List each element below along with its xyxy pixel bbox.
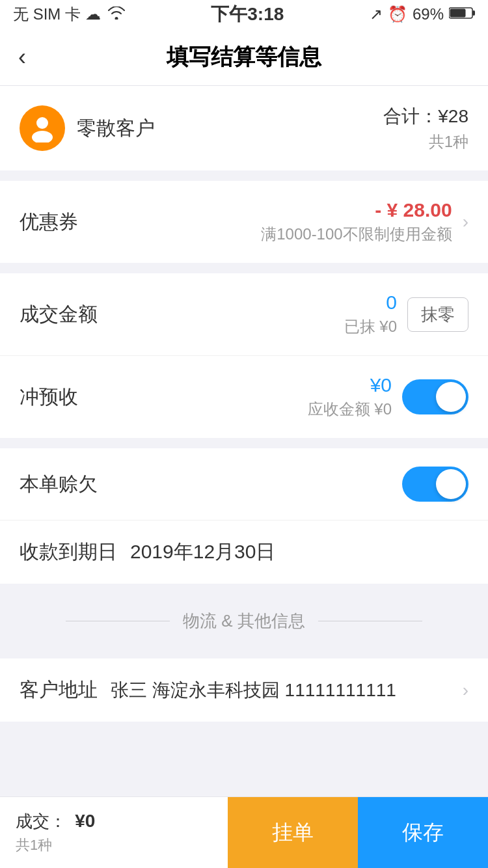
total-amount: 合计：¥28 <box>383 104 468 129</box>
prepaid-col: ¥0 应收金额 ¥0 <box>308 374 392 420</box>
status-time: 下午3:18 <box>211 2 284 27</box>
customer-left: 零散客户 <box>20 105 155 151</box>
coupon-chevron: › <box>463 211 468 232</box>
svg-point-3 <box>36 117 48 129</box>
total-count: 共1种 <box>383 131 468 152</box>
location-icon: ↗ <box>370 5 383 23</box>
prepaid-row: 冲预收 ¥0 应收金额 ¥0 <box>0 356 488 438</box>
debt-credit-toggle[interactable] <box>402 467 468 502</box>
status-left: 无 SIM 卡 ☁ <box>13 4 126 25</box>
page-title: 填写结算等信息 <box>167 42 321 72</box>
coupon-label: 优惠券 <box>20 209 78 236</box>
svg-point-4 <box>32 131 53 142</box>
prepaid-sub: 应收金额 ¥0 <box>308 399 392 420</box>
debt-section: 本单赊欠 收款到期日 2019年12月30日 <box>0 448 488 584</box>
battery-icon <box>449 5 475 23</box>
deal-amount-value: 0 <box>344 292 397 314</box>
content: 零散客户 合计：¥28 共1种 优惠券 - ¥ 28.00 满1000-100不… <box>0 86 488 806</box>
coupon-row[interactable]: 优惠券 - ¥ 28.00 满1000-100不限制使用金额 › <box>0 181 488 263</box>
sim-status: 无 SIM 卡 ☁ <box>13 4 101 25</box>
prepaid-toggle[interactable] <box>402 379 468 414</box>
round-zero-button[interactable]: 抹零 <box>407 297 468 332</box>
bottom-info: 成交： ¥0 共1种 <box>0 810 228 855</box>
deal-amount-sub: 已抹 ¥0 <box>344 316 397 337</box>
deal-amount-right: 0 已抹 ¥0 抹零 <box>344 292 468 337</box>
bottom-deal-amount: ¥0 <box>75 811 95 831</box>
customer-right: 合计：¥28 共1种 <box>383 104 468 152</box>
save-button[interactable]: 保存 <box>358 797 488 869</box>
hold-order-button[interactable]: 挂单 <box>228 797 358 869</box>
svg-rect-2 <box>450 9 465 18</box>
debt-date-label: 收款到期日 <box>20 539 117 565</box>
debt-credit-row: 本单赊欠 <box>0 448 488 520</box>
bottom-bar: 成交： ¥0 共1种 挂单 保存 <box>0 796 488 868</box>
coupon-section: 优惠券 - ¥ 28.00 满1000-100不限制使用金额 › <box>0 181 488 263</box>
prepaid-value: ¥0 <box>308 374 392 396</box>
nav-bar: ‹ 填写结算等信息 <box>0 29 488 86</box>
battery-percentage: 69% <box>413 5 444 23</box>
svg-rect-1 <box>472 10 475 16</box>
coupon-hint: 满1000-100不限制使用金额 <box>261 224 452 245</box>
status-bar: 无 SIM 卡 ☁ 下午3:18 ↗ ⏰ 69% <box>0 0 488 29</box>
prepaid-right: ¥0 应收金额 ¥0 <box>308 374 468 420</box>
divider-line-right <box>318 621 422 621</box>
logistics-label-text: 物流 & 其他信息 <box>183 610 305 632</box>
toggle-knob <box>436 382 466 412</box>
address-label: 客户地址 <box>20 677 98 703</box>
debt-date-value: 2019年12月30日 <box>130 539 275 565</box>
divider-line-left <box>66 621 170 621</box>
debt-credit-right <box>402 467 468 502</box>
deal-amount-row: 成交金额 0 已抹 ¥0 抹零 <box>0 273 488 356</box>
debt-date-row: 收款到期日 2019年12月30日 <box>0 520 488 584</box>
address-row[interactable]: 客户地址 张三 海淀永丰科技园 11111111111 › <box>0 658 488 722</box>
wifi-icon <box>107 5 126 23</box>
prepaid-label: 冲预收 <box>20 384 78 411</box>
bottom-count: 共1种 <box>16 835 212 855</box>
toggle-knob-2 <box>436 469 466 499</box>
coupon-right: - ¥ 28.00 满1000-100不限制使用金额 › <box>261 199 468 245</box>
customer-name: 零散客户 <box>77 115 155 142</box>
address-value: 张三 海淀永丰科技园 11111111111 <box>111 678 463 703</box>
bottom-deal-label: 成交： <box>16 811 66 831</box>
customer-row: 零散客户 合计：¥28 共1种 <box>0 86 488 170</box>
deal-amount-col: 0 已抹 ¥0 <box>344 292 397 337</box>
avatar <box>20 105 65 151</box>
coupon-discount: - ¥ 28.00 <box>261 199 452 221</box>
deal-amount-label: 成交金额 <box>20 301 98 328</box>
alarm-icon: ⏰ <box>388 5 407 23</box>
debt-credit-label: 本单赊欠 <box>20 471 98 498</box>
status-right: ↗ ⏰ 69% <box>370 5 475 23</box>
amount-section: 成交金额 0 已抹 ¥0 抹零 冲预收 ¥0 应收金额 ¥0 <box>0 273 488 438</box>
logistics-section-label: 物流 & 其他信息 <box>0 594 488 648</box>
coupon-value-col: - ¥ 28.00 满1000-100不限制使用金额 <box>261 199 452 245</box>
bottom-deal-row: 成交： ¥0 <box>16 810 212 833</box>
back-button[interactable]: ‹ <box>18 44 26 71</box>
address-chevron: › <box>463 680 468 701</box>
